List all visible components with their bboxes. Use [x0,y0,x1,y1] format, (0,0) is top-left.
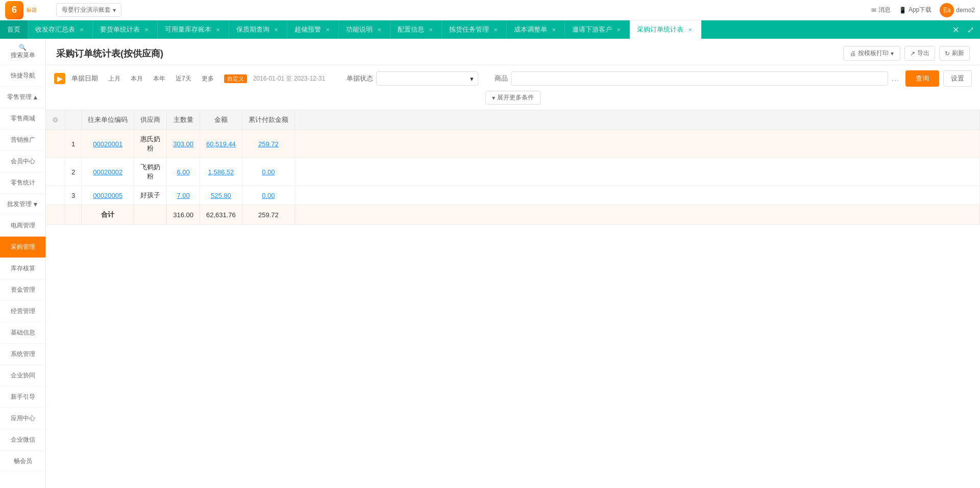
sidebar: 🔍 搜索菜单 快捷导航 零售管理 ▲ 零售商城 营销推广 会员中心 零售统计 批… [0,39,46,488]
tab-close-icon[interactable]: ✕ [273,26,280,33]
settings-btn[interactable]: 设置 [943,70,972,87]
sidebar-item-retail-mgmt[interactable]: 零售管理 ▲ [0,87,45,108]
td-supplier-code[interactable]: 00020001 [82,130,134,158]
tab-picking-task[interactable]: 拣货任务管理 ✕ [442,20,507,39]
sidebar-item-enterprise-coop[interactable]: 企业协同 [0,365,45,387]
tab-close-icon[interactable]: ✕ [615,26,622,33]
username: demo2 [956,7,975,14]
tab-close-icon[interactable]: ✕ [376,26,383,33]
tab-overstock-warning[interactable]: 超储预警 ✕ [287,20,339,39]
tab-purchase-summary[interactable]: 采购订单统计表 ✕ [630,20,701,39]
export-btn[interactable]: ↗ 导出 [904,46,935,61]
sidebar-item-inventory[interactable]: 库存核算 [0,258,45,279]
status-label: 单据状态 [347,74,373,83]
sidebar-item-shortcut[interactable]: 快捷导航 [0,65,45,87]
message-btn[interactable]: ✉ 消息 [871,6,891,14]
maximize-btn[interactable]: ⤢ [965,24,976,36]
column-settings-icon[interactable]: ⚙ [52,116,59,124]
tab-close-icon[interactable]: ✕ [427,26,434,33]
sidebar-item-app-center[interactable]: 应用中心 [0,408,45,429]
tab-close-icon[interactable]: ✕ [492,26,499,33]
date-range-display: 2016-01-01 至 2023-12-31 [253,74,325,83]
tab-close-icon[interactable]: ✕ [550,26,557,33]
sidebar-item-basic-info[interactable]: 基础信息 [0,322,45,344]
td-main-qty[interactable]: 6.00 [167,158,200,186]
table-row: 2 00020002 飞鹤奶粉 6.00 1,586.52 0.00 [46,158,980,186]
tab-label: 拣货任务管理 [449,25,489,34]
sidebar-item-retail-store[interactable]: 零售商城 [0,108,45,130]
shortcut-this-year[interactable]: 本年 [149,73,169,84]
sidebar-item-system-mgmt[interactable]: 系统管理 [0,344,45,365]
sidebar-item-enterprise-wechat[interactable]: 企业微信 [0,429,45,451]
tab-receive-summary[interactable]: 收发存汇总表 ✕ [28,20,93,39]
sidebar-item-retail-stats[interactable]: 零售统计 [0,172,45,194]
sidebar-item-members[interactable]: 会员中心 [0,151,45,172]
status-select[interactable]: ▾ [376,71,478,86]
shortcut-last-month[interactable]: 上月 [104,73,125,84]
custom-badge: 自定义 [224,74,247,83]
td-settings[interactable] [46,130,65,158]
td-amount[interactable]: 525.80 [200,186,242,205]
td-paid-amount[interactable]: 0.00 [242,158,295,186]
close-all-tabs-btn[interactable]: ✕ [950,24,961,36]
goods-input[interactable] [511,71,888,86]
td-supplier-code[interactable]: 00020002 [82,158,134,186]
td-main-qty[interactable]: 303.00 [167,130,200,158]
workspace-label: 母婴行业演示账套 [62,6,111,14]
td-settings[interactable] [46,186,65,205]
print-btn[interactable]: 🖨 按模板打印 ▾ [843,46,900,61]
tab-requisition-summary[interactable]: 要货单统计表 ✕ [93,20,158,39]
refresh-btn[interactable]: ↻ 刷新 [939,46,970,61]
shortcut-this-month[interactable]: 本月 [127,73,147,84]
shortcut-7days[interactable]: 近7天 [172,73,195,84]
th-index [65,110,82,130]
td-amount[interactable]: 60,519.44 [200,130,242,158]
logo-area: 6 标题 [5,1,51,19]
sidebar-search[interactable]: 🔍 搜索菜单 [0,39,45,65]
tab-config-info[interactable]: 配置信息 ✕ [390,20,442,39]
th-settings[interactable]: ⚙ [46,110,65,130]
query-btn[interactable]: 查询 [905,70,939,87]
tab-label: 采购订单统计表 [637,25,683,34]
finance-label: 资金管理 [11,286,35,293]
expand-conditions-btn[interactable]: ▾ 展开更多条件 [485,91,541,105]
td-amount[interactable]: 1,586.52 [200,158,242,186]
sidebar-item-operations[interactable]: 经营管理 [0,301,45,322]
td-main-qty[interactable]: 7.00 [167,186,200,205]
tab-close-icon[interactable]: ✕ [214,26,222,33]
tab-close-icon[interactable]: ✕ [78,26,85,33]
sidebar-item-purchase-mgmt[interactable]: 采购管理 [0,237,45,258]
td-supplier-name: 好孩子 [134,186,167,205]
tab-invite-downstream[interactable]: 邀请下游客户 ✕ [565,20,630,39]
arrow-icon: ▲ [33,94,39,101]
goods-ellipsis-btn[interactable]: … [891,74,899,83]
export-btn-label: 导出 [917,49,929,58]
user-area[interactable]: Ea demo2 [940,3,975,17]
td-supplier-code[interactable]: 00020005 [82,186,134,205]
sidebar-item-new-guide[interactable]: 新手引导 [0,387,45,408]
filter-toggle-btn[interactable]: ▶ [54,73,65,84]
sidebar-item-finance[interactable]: 资金管理 [0,279,45,301]
app-download-btn[interactable]: 📱 App下载 [899,6,932,14]
tab-close-icon[interactable]: ✕ [687,26,694,33]
tab-warranty-query[interactable]: 保质期查询 ✕ [229,20,287,39]
tab-label: 收发存汇总表 [35,25,75,34]
sidebar-item-vip[interactable]: 畅会员 [0,451,45,472]
td-paid-amount[interactable]: 0.00 [242,186,295,205]
tab-function-desc[interactable]: 功能说明 ✕ [339,20,390,39]
sidebar-item-marketing[interactable]: 营销推广 [0,130,45,151]
shortcut-more[interactable]: 更多 [198,73,218,84]
sidebar-item-ecommerce[interactable]: 电商管理 [0,215,45,237]
tab-cost-adjust[interactable]: 成本调整单 ✕ [507,20,565,39]
workspace-selector[interactable]: 母婴行业演示账套 ▾ [56,3,121,17]
sidebar-item-wholesale-mgmt[interactable]: 批发管理 ▼ [0,194,45,215]
tab-close-icon[interactable]: ✕ [324,26,331,33]
tab-close-icon[interactable]: ✕ [143,26,150,33]
retail-stats-label: 零售统计 [11,179,35,186]
td-settings[interactable] [46,158,65,186]
goods-label: 商品 [495,74,508,83]
tab-home[interactable]: 首页 [0,20,28,39]
data-table: ⚙ 往来单位编码 供应商 主数量 金额 累计付款金额 1 [46,110,980,225]
td-paid-amount[interactable]: 259.72 [242,130,295,158]
tab-available-stock[interactable]: 可用量库存账本 ✕ [158,20,229,39]
